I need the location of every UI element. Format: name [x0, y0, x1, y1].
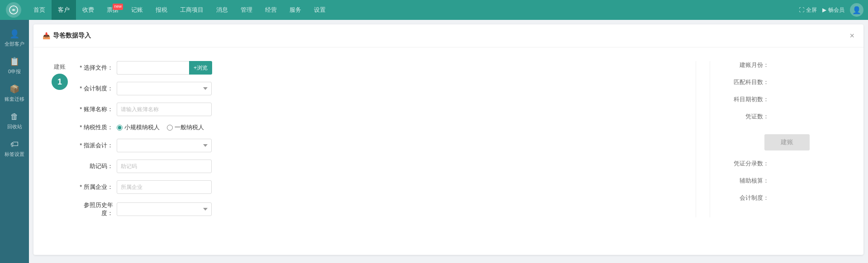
app-logo	[5, 1, 23, 19]
voucher-label: 凭证数：	[728, 113, 769, 121]
vertical-divider	[696, 61, 696, 217]
file-input-group: +浏览	[117, 61, 212, 75]
month-label: 建账月份：	[728, 61, 769, 69]
info-voucher: 凭证数：	[728, 113, 845, 121]
match-label: 匹配科目数：	[728, 78, 769, 86]
history-label: 参照历史年度：	[77, 201, 113, 217]
tax-row: * 纳税性质： 小规模纳税人 一般纳税人	[77, 123, 682, 132]
history-select[interactable]	[117, 202, 212, 216]
company-row: * 所属企业：	[77, 180, 682, 194]
browse-button[interactable]: +浏览	[189, 61, 212, 75]
tax-label: * 纳税性质：	[77, 123, 113, 132]
sidebar-item-all-customers[interactable]: 👤 全部客户	[0, 24, 29, 52]
info-aux: 辅助核算：	[728, 177, 845, 185]
info-match: 匹配科目数：	[728, 78, 845, 86]
step-indicator: 建账 1	[52, 61, 68, 90]
accounting-label: * 会计制度：	[77, 85, 113, 93]
nav-items: 首页 客户 收费 票据 new 记账 报税 工商项目 消息 管理 经营	[27, 0, 799, 20]
form-section: 建账 1 * 选择文件： +浏览	[52, 61, 682, 217]
build-account-button[interactable]: 建账	[764, 134, 810, 150]
tax-small-radio[interactable]	[117, 125, 123, 131]
company-label: * 所属企业：	[77, 183, 113, 191]
accountant-row: * 指派会计：	[77, 139, 682, 152]
declaration-icon: 📋	[9, 56, 19, 66]
nav-billing[interactable]: 收费	[76, 0, 100, 20]
step-circle: 1	[52, 74, 68, 90]
company-input[interactable]	[117, 180, 212, 194]
file-label: * 选择文件：	[77, 64, 113, 72]
accounting-select[interactable]	[117, 82, 212, 95]
tag-icon: 🏷	[9, 139, 19, 149]
right-section: 建账月份： 匹配科目数： 科目期初数： 凭证数：	[710, 61, 845, 217]
nav-customer[interactable]: 客户	[52, 0, 76, 20]
accounting-sys-label: 会计制度：	[728, 194, 769, 202]
nav-service[interactable]: 服务	[283, 0, 308, 20]
initial-label: 科目期初数：	[728, 95, 769, 103]
sidebar-item-tag-settings[interactable]: 🏷 标签设置	[0, 135, 29, 162]
ledger-label: * 账簿名称：	[77, 105, 113, 113]
modal-header: 📥 导爸数据导入 ×	[33, 24, 863, 47]
accountant-label: * 指派会计：	[77, 141, 113, 150]
aux-label: 辅助核算：	[728, 177, 769, 185]
ledger-row: * 账簿名称：	[77, 103, 682, 116]
nav-biz[interactable]: 工商项目	[174, 0, 210, 20]
sidebar-item-recycle[interactable]: 🗑 回收站	[0, 107, 29, 135]
nav-msg[interactable]: 消息	[210, 0, 234, 20]
nav-invoice[interactable]: 票据 new	[100, 0, 125, 20]
file-input[interactable]	[117, 61, 189, 75]
memo-label: 助记码：	[77, 162, 113, 170]
file-row: * 选择文件： +浏览	[77, 61, 682, 75]
history-row: 参照历史年度：	[77, 201, 682, 217]
content-area: 📥 导爸数据导入 × 建账 1	[29, 20, 868, 263]
info-voucher-entries: 凭证分录数：	[728, 160, 845, 168]
nav-tax[interactable]: 报税	[149, 0, 174, 20]
modal-card: 📥 导爸数据导入 × 建账 1	[33, 24, 863, 255]
nav-accounting[interactable]: 记账	[125, 0, 149, 20]
info-initial: 科目期初数：	[728, 95, 845, 103]
vip-icon: ▶	[822, 7, 826, 13]
sidebar: 👤 全部客户 📋 0申报 📦 账套迁移 🗑 回收站 🏷 标签设置	[0, 20, 29, 263]
memo-row: 助记码：	[77, 160, 682, 173]
fullscreen-button[interactable]: ⛶ 全屏	[799, 6, 817, 14]
info-accounting-sys: 会计制度：	[728, 194, 845, 202]
fullscreen-icon: ⛶	[799, 7, 804, 13]
sidebar-item-declaration[interactable]: 📋 0申报	[0, 52, 29, 80]
modal-title: 📥 导爸数据导入	[43, 32, 91, 40]
ledger-input[interactable]	[117, 103, 212, 116]
recycle-icon: 🗑	[9, 112, 19, 122]
nav-ops[interactable]: 经营	[259, 0, 283, 20]
main-layout: 👤 全部客户 📋 0申报 📦 账套迁移 🗑 回收站 🏷 标签设置 📥 导爸	[0, 20, 868, 263]
avatar-icon: 👤	[852, 6, 861, 14]
migrate-icon: 📦	[9, 84, 19, 94]
accounting-row: * 会计制度：	[77, 82, 682, 95]
tax-general-radio[interactable]	[167, 125, 173, 131]
top-nav: 首页 客户 收费 票据 new 记账 报税 工商项目 消息 管理 经营	[0, 0, 868, 20]
modal-close-button[interactable]: ×	[849, 32, 854, 40]
step-label: 建账	[54, 63, 66, 71]
avatar[interactable]: 👤	[850, 3, 863, 17]
info-month: 建账月份：	[728, 61, 845, 69]
nav-settings[interactable]: 设置	[308, 0, 332, 20]
form-fields: * 选择文件： +浏览 * 会计制度：	[77, 61, 682, 217]
tax-radio-group: 小规模纳税人 一般纳税人	[117, 123, 204, 132]
sidebar-item-account-migrate[interactable]: 📦 账套迁移	[0, 80, 29, 107]
nav-mgmt[interactable]: 管理	[234, 0, 259, 20]
memo-input[interactable]	[117, 160, 212, 173]
modal-body: 建账 1 * 选择文件： +浏览	[33, 47, 863, 231]
modal-title-icon: 📥	[43, 32, 50, 39]
accountant-select[interactable]	[117, 139, 212, 152]
tax-general-option[interactable]: 一般纳税人	[167, 123, 204, 132]
new-badge: new	[113, 4, 123, 10]
vip-button[interactable]: ▶ 畅会员	[822, 6, 844, 14]
customers-icon: 👤	[9, 29, 19, 39]
voucher-entries-label: 凭证分录数：	[728, 160, 769, 168]
nav-right: ⛶ 全屏 ▶ 畅会员 👤	[799, 3, 863, 17]
nav-home[interactable]: 首页	[27, 0, 52, 20]
tax-small-option[interactable]: 小规模纳税人	[117, 123, 160, 132]
